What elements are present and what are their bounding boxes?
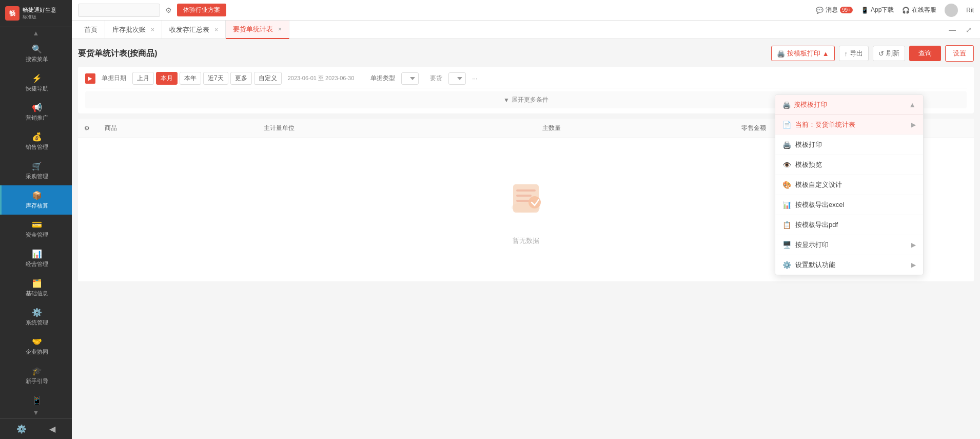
user-name[interactable]: Rit [966, 7, 974, 14]
order-doc-label: 要货 [430, 74, 442, 83]
action-btns: 🖨️ 按模板打印 ▲ ↑ 导出 ↺ 刷新 查询 设置 [771, 45, 974, 62]
footer-collapse-btn[interactable]: ◀ [49, 424, 55, 434]
sidebar-item-app-center[interactable]: 📱 应用中心 [0, 390, 72, 407]
template-print-dropdown: 🖨️ 按模板打印 ▲ 📄 当前：要货单统计表 ▶ 🖨️ 模板打印 👁️ 模板预览… [775, 94, 924, 275]
more-icon: ··· [472, 75, 477, 82]
dropdown-item-display-print[interactable]: 🖥️ 按显示打印 ▶ [775, 235, 923, 255]
message-btn[interactable]: 💬 消息 99+ [816, 6, 853, 14]
date-btns: 上月 本月 本年 近7天 更多 自定义 [132, 72, 282, 85]
operations-icon: 📊 [32, 249, 42, 259]
template-preview-icon: 👁️ [782, 161, 791, 169]
sidebar-item-inventory[interactable]: 📦 库存核算 [0, 185, 72, 215]
tab-home[interactable]: 首页 [77, 21, 105, 39]
th-quantity: 主数量 [536, 119, 735, 138]
order-doc-select[interactable] [448, 72, 466, 85]
default-func-icon: ⚙️ [782, 261, 791, 269]
empty-text: 暂无数据 [513, 236, 539, 245]
tabs-actions: — ⤢ [945, 23, 980, 37]
current-year-btn[interactable]: 本年 [180, 72, 201, 85]
doc-type-label: 单据类型 [370, 74, 395, 83]
headset-icon: 🎧 [902, 7, 910, 14]
dropdown-item-current[interactable]: 📄 当前：要货单统计表 ▶ [775, 115, 923, 135]
app-download-btn[interactable]: 📱 App下载 [861, 6, 894, 14]
dropdown-close-btn[interactable]: ▲ [909, 101, 916, 109]
sidebar-item-marketing[interactable]: 📢 营销推广 [0, 98, 72, 127]
current-month-btn[interactable]: 本月 [156, 72, 178, 85]
gear-icon: ⚙ [84, 125, 90, 132]
user-avatar[interactable] [945, 4, 958, 17]
dropdown-item-template-custom[interactable]: 🎨 模板自定义设计 [775, 175, 923, 195]
th-gear[interactable]: ⚙ [78, 119, 99, 138]
scroll-down-btn[interactable]: ▼ [0, 407, 72, 418]
dropdown-item-template-print[interactable]: 🖨️ 模板打印 [775, 135, 923, 155]
dropdown-item-export-excel[interactable]: 📊 按模板导出excel [775, 195, 923, 215]
sidebar-logo: 畅 畅捷通好生意 标准版 [0, 0, 72, 27]
tabs-maximize-btn[interactable]: ⤢ [962, 23, 976, 37]
topbar-search-input[interactable] [78, 4, 160, 17]
sidebar-item-purchase[interactable]: 🛒 采购管理 [0, 156, 72, 185]
dropdown-item-export-pdf[interactable]: 📋 按模板导出pdf [775, 215, 923, 235]
tab-receivable-summary-close[interactable]: × [214, 26, 218, 33]
trial-btn[interactable]: 体验行业方案 [177, 4, 226, 16]
date-range: 2023-06-01 至 2023-06-30 [288, 74, 355, 82]
online-service-btn[interactable]: 🎧 在线客服 [902, 6, 936, 14]
expand-down-icon: ▼ [503, 97, 509, 104]
empty-icon [503, 174, 549, 230]
sidebar-item-basics[interactable]: 🗂️ 基础信息 [0, 273, 72, 302]
filter-expand-icon[interactable]: ▶ [85, 73, 95, 84]
system-icon: ⚙️ [32, 308, 42, 317]
export-btn[interactable]: ↑ 导出 [839, 46, 869, 61]
sidebar-item-quick-nav[interactable]: ⚡ 快捷导航 [0, 68, 72, 98]
chevron-up-icon: ▲ [822, 50, 829, 58]
more-btn[interactable]: 更多 [230, 72, 252, 85]
tab-inventory-batch-close[interactable]: × [151, 26, 154, 33]
sidebar-item-system[interactable]: ⚙️ 系统管理 [0, 302, 72, 332]
purchase-icon: 🛒 [32, 161, 42, 171]
custom-btn[interactable]: 自定义 [254, 72, 282, 85]
tab-order-stats-close[interactable]: × [278, 26, 282, 33]
settings-btn[interactable]: 设置 [945, 45, 974, 62]
footer-settings-btn[interactable]: ⚙️ [16, 424, 27, 434]
tabs-minimize-btn[interactable]: — [945, 23, 959, 37]
tabs-bar: 首页 库存批次账 × 收发存汇总表 × 要货单统计表 × — ⤢ [72, 21, 980, 39]
current-doc-icon: 📄 [782, 121, 791, 129]
sidebar-item-collab[interactable]: 🤝 企业协同 [0, 332, 72, 361]
logo-icon: 畅 [5, 6, 19, 21]
tab-inventory-batch[interactable]: 库存批次账 × [105, 21, 162, 39]
current-arrow-icon: ▶ [911, 121, 916, 128]
printer-icon: 🖨️ [777, 50, 785, 58]
query-btn[interactable]: 查询 [909, 46, 941, 61]
filter-separator [85, 88, 967, 88]
svg-point-5 [528, 196, 541, 208]
tab-order-stats[interactable]: 要货单统计表 × [226, 21, 289, 39]
sidebar-nav: 🔍 搜索菜单 ⚡ 快捷导航 📢 营销推广 💰 销售管理 🛒 采购管理 📦 库存核… [0, 39, 72, 407]
marketing-icon: 📢 [32, 103, 42, 112]
refresh-btn[interactable]: ↺ 刷新 [873, 46, 905, 61]
printer-header-icon: 🖨️ [782, 101, 791, 109]
refresh-icon: ↺ [878, 50, 884, 58]
content-area: 要货单统计表(按商品) 🖨️ 按模板打印 ▲ ↑ 导出 ↺ 刷新 查询 设置 [72, 39, 980, 439]
topbar-gear-icon[interactable]: ⚙ [165, 6, 172, 14]
tab-receivable-summary[interactable]: 收发存汇总表 × [162, 21, 226, 39]
doc-type-select[interactable] [401, 72, 419, 85]
sidebar-item-operations[interactable]: 📊 经营管理 [0, 244, 72, 273]
sidebar-item-search[interactable]: 🔍 搜索菜单 [0, 39, 72, 68]
sidebar-item-finance[interactable]: 💳 资金管理 [0, 215, 72, 244]
scroll-up-btn[interactable]: ▲ [0, 27, 72, 39]
last-7-btn[interactable]: 近7天 [203, 72, 228, 85]
display-print-icon: 🖥️ [782, 241, 791, 249]
main-area: ⚙ 体验行业方案 💬 消息 99+ 📱 App下载 🎧 在线客服 Rit 首页 [72, 0, 980, 439]
logo-badge: 标准版 [23, 14, 56, 21]
page-title: 要货单统计表(按商品) [78, 48, 158, 59]
export-icon: ↑ [845, 50, 848, 58]
dropdown-title: 🖨️ 按模板打印 [782, 100, 827, 109]
dropdown-item-default-func[interactable]: ⚙️ 设置默认功能 ▶ [775, 255, 923, 275]
prev-month-btn[interactable]: 上月 [132, 72, 154, 85]
dropdown-header: 🖨️ 按模板打印 ▲ [775, 95, 923, 115]
quick-nav-icon: ⚡ [32, 73, 42, 83]
sidebar-item-sales[interactable]: 💰 销售管理 [0, 127, 72, 156]
sidebar-item-guide[interactable]: 🎓 新手引导 [0, 361, 72, 390]
dropdown-item-template-preview[interactable]: 👁️ 模板预览 [775, 155, 923, 175]
template-print-btn[interactable]: 🖨️ 按模板打印 ▲ [771, 46, 835, 61]
app-download-icon: 📱 [861, 7, 869, 14]
